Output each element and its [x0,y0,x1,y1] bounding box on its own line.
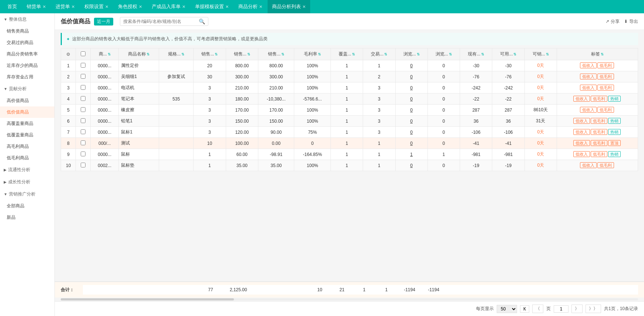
arrow-icon-contrib: ▼ [4,87,7,91]
col-code[interactable]: 商...⇅ [91,48,119,60]
nav-close-role[interactable]: ✕ [139,4,142,9]
col-sales-qty[interactable]: 销售...⇅ [194,48,226,60]
col-tags[interactable]: 标签⇅ [557,48,638,60]
browse1-value[interactable]: 0 [410,74,413,79]
nav-product-analysis[interactable]: 商品分析 ✕ [234,0,267,13]
row-checkbox[interactable] [81,163,85,167]
nav-close-purchase[interactable]: ✕ [71,4,75,9]
row-sales-qty: 1 [194,149,226,160]
nav-sales-order[interactable]: 销货单 ✕ [22,0,50,13]
sidebar-item-high-margin[interactable]: 高毛利商品 [0,141,54,152]
row-stock: -41 [460,138,492,149]
col-sales-amt2[interactable]: 销售...⇅ [258,48,294,60]
row-checkbox[interactable] [81,118,85,123]
sidebar-item-high-coverage[interactable]: 高覆盖量商品 [0,118,54,129]
browse1-value[interactable]: 1 [410,152,413,157]
col-sales-amt1[interactable]: 销售...⇅ [226,48,258,60]
sidebar-item-high-value[interactable]: 高价值商品 [0,95,54,106]
nav-close-list[interactable]: ✕ [302,4,306,9]
first-page-button[interactable]: К [520,305,529,313]
sidebar-item-traded-goods[interactable]: 交易过的商品 [0,37,54,48]
sidebar-section-overview[interactable]: ▼ 整体信息 [0,13,54,26]
browse1-value[interactable]: 0 [410,85,413,91]
col-gear[interactable]: ⚙ [61,48,76,60]
nav-permission[interactable]: 权限设置 ✕ [80,0,113,13]
last-page-button[interactable]: 〉〉 [586,305,601,313]
search-icon[interactable]: 🔍 [199,18,205,24]
row-gross-rate: -5766.6... [294,94,331,105]
row-sales-amt: 800.00 [226,60,258,71]
browse1-value[interactable]: 0 [410,108,413,113]
row-checkbox[interactable] [81,96,85,101]
sidebar-item-category-sales-rate[interactable]: 商品分类销售率 [0,48,54,60]
browse1-value[interactable]: 0 [410,163,413,168]
row-checkbox[interactable] [81,85,85,90]
search-input[interactable] [123,19,197,24]
export-button[interactable]: ⬇ 导出 [624,18,638,25]
prev-page-button[interactable]: 〈 [532,305,543,313]
row-sales-amt: 60.00 [226,149,258,160]
row-sales-amt2: 35.00 [258,160,294,171]
sidebar-item-low-margin[interactable]: 低毛利商品 [0,152,54,164]
nav-close-product[interactable]: ✕ [182,4,185,9]
browse1-value[interactable]: 0 [410,130,413,135]
col-avail[interactable]: 可用...⇅ [492,48,524,60]
sidebar-item-sales-goods[interactable]: 销售类商品 [0,26,54,37]
sidebar-item-low-stock[interactable]: 近库存少的商品 [0,60,54,71]
footer-scrollbar[interactable] [61,298,638,300]
select-all-checkbox[interactable] [81,51,85,56]
row-spec [159,60,193,71]
nav-product-instock[interactable]: 产成品入库单 ✕ [147,0,190,13]
sidebar-section-contribution[interactable]: ▼ 贡献分析 [0,83,54,95]
sort-icon-sale: ⇅ [546,52,549,56]
nav-role-auth[interactable]: 角色授权 ✕ [114,0,147,13]
row-sales-qty: 3 [194,105,226,116]
row-checkbox-cell [76,116,91,127]
col-browse1[interactable]: 浏览...⇅ [395,48,427,60]
row-checkbox[interactable] [81,140,85,145]
next-page-button[interactable]: 〉 [571,305,583,313]
col-trade[interactable]: 交易...⇅ [363,48,395,60]
col-spec[interactable]: 规格...⇅ [159,48,193,60]
row-code: 0000... [91,82,119,94]
col-stock[interactable]: 现有...⇅ [460,48,492,60]
sidebar-item-low-coverage[interactable]: 低覆盖量商品 [0,129,54,141]
row-checkbox[interactable] [81,63,85,68]
row-code: 0000... [91,60,119,71]
nav-analysis-list[interactable]: 商品分析列表 ✕ [268,0,310,13]
sidebar-item-new-goods[interactable]: 新品 [0,212,54,223]
sidebar-item-stock-capital[interactable]: 库存资金占用 [0,71,54,83]
page-size-select[interactable]: 50 100 200 [497,305,517,313]
col-saleable[interactable]: 可销...⇅ [524,48,557,60]
browse1-value[interactable]: 0 [410,141,413,146]
sidebar-section-liquidity[interactable]: ▶ 流通性分析 [0,164,54,176]
sidebar-section-growth[interactable]: ▶ 成长性分析 [0,176,54,188]
nav-close-sales[interactable]: ✕ [43,4,46,9]
col-gross-rate[interactable]: 毛利率⇅ [294,48,331,60]
browse1-value[interactable]: 0 [410,119,413,124]
nav-close-permission[interactable]: ✕ [105,4,108,9]
nav-close-template[interactable]: ✕ [225,4,229,9]
row-checkbox[interactable] [81,107,85,112]
row-saleable: 8610天 [524,105,557,116]
page-number-input[interactable] [554,305,568,313]
date-badge[interactable]: 近一月 [94,18,113,26]
nav-close-analysis[interactable]: ✕ [259,4,262,9]
sidebar-item-all-goods[interactable]: 全部商品 [0,200,54,212]
row-checkbox[interactable] [81,129,85,134]
total-sales-amt: 2,125.00 [224,285,253,295]
sidebar-item-low-value[interactable]: 低价值商品 [0,106,54,118]
gear-icon[interactable]: ⚙ [66,52,70,57]
col-coverage[interactable]: 覆盖...⇅ [331,48,363,60]
col-browse2[interactable]: 浏览...⇅ [427,48,460,60]
sidebar-section-marketing[interactable]: ▼ 营销推广分析 [0,188,54,200]
share-button[interactable]: ↗ 分享 [606,18,620,25]
nav-template-settings[interactable]: 单据模板设置 ✕ [191,0,233,13]
browse1-value[interactable]: 0 [410,63,413,68]
row-checkbox[interactable] [81,74,85,79]
row-checkbox[interactable] [81,152,85,156]
nav-home[interactable]: 首页 [3,0,21,13]
col-name[interactable]: 商品名称⇅ [119,48,159,60]
nav-purchase-order[interactable]: 进货单 ✕ [51,0,79,13]
browse1-value[interactable]: 0 [410,96,413,102]
